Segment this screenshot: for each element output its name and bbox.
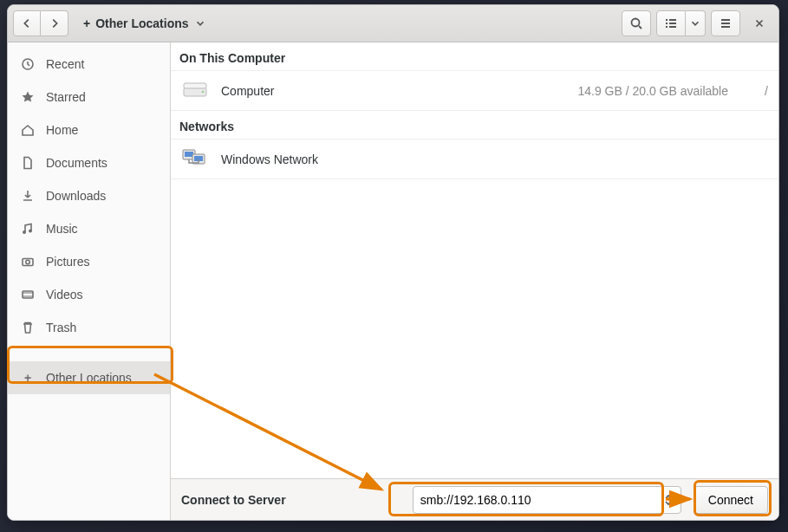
svg-rect-4 [669,23,676,24]
sidebar-item-recent[interactable]: Recent [8,48,170,81]
sidebar-item-label: Recent [46,57,84,71]
search-icon [629,16,643,30]
sidebar-item-home[interactable]: Home [8,114,170,146]
svg-point-15 [202,90,205,93]
download-icon [20,189,36,203]
svg-point-0 [632,19,640,27]
svg-rect-5 [666,26,668,28]
sidebar-item-documents[interactable]: Documents [8,146,170,179]
server-address-input[interactable] [420,493,661,507]
view-switcher [656,10,706,36]
sidebar-item-trash[interactable]: Trash [8,311,170,344]
sidebar-item-starred[interactable]: Starred [8,81,170,114]
row-label: Windows Network [221,152,768,166]
svg-rect-14 [184,83,206,88]
sidebar-item-label: Home [46,123,78,137]
pathbar-label: Other Locations [95,16,188,30]
clock-icon [20,57,36,71]
home-icon [20,123,36,137]
connect-button[interactable]: Connect [694,486,768,514]
sidebar-item-label: Starred [46,90,86,104]
sidebar-item-music[interactable]: Music [8,212,170,245]
sidebar-item-label: Pictures [46,255,90,269]
sidebar-item-label: Trash [46,321,76,334]
sidebar-item-downloads[interactable]: Downloads [8,179,170,212]
connect-label: Connect to Server [181,493,286,507]
sidebar-item-videos[interactable]: Videos [8,278,170,311]
windows-network-row[interactable]: Windows Network [171,139,778,179]
row-info: 14.9 GB / 20.0 GB available [577,84,728,98]
connect-to-server-bar: Connect to Server Connect [171,478,778,520]
sidebar-item-label: Music [46,222,78,236]
sidebar-item-label: Documents [46,156,107,170]
row-path: / [747,84,768,98]
section-title-computer: On This Computer [171,42,778,71]
list-icon [664,16,678,30]
main-content: On This Computer Computer 14.9 GB / 20.0… [171,42,778,520]
sidebar-item-label: Other Locations [46,371,132,385]
plus-icon: + [83,16,90,30]
svg-rect-1 [666,19,668,21]
chevron-right-icon [49,17,61,29]
sidebar-item-pictures[interactable]: Pictures [8,245,170,278]
forward-button[interactable] [41,10,68,36]
server-address-entry[interactable] [413,486,681,514]
search-button[interactable] [622,10,651,36]
list-view-button[interactable] [656,10,686,36]
hamburger-icon [719,16,733,30]
section-title-networks: Networks [171,111,778,139]
chevron-left-icon [21,17,33,29]
close-icon [753,17,765,29]
camera-icon [20,255,36,269]
sidebar-item-other-locations[interactable]: + Other Locations [8,361,170,394]
network-icon [181,149,209,170]
svg-point-9 [29,230,32,233]
back-button[interactable] [13,10,41,36]
svg-point-11 [26,260,29,263]
close-button[interactable] [746,10,773,36]
svg-rect-12 [23,291,33,298]
svg-point-8 [23,230,26,234]
hamburger-menu-button[interactable] [711,10,740,36]
updown-icon[interactable] [661,493,675,507]
trash-icon [20,321,36,334]
row-label: Computer [221,84,565,98]
star-icon [20,90,36,104]
headerbar: + Other Locations [8,5,778,42]
chevron-down-icon [194,17,206,29]
svg-rect-2 [669,19,676,21]
pathbar[interactable]: + Other Locations [74,10,216,36]
svg-rect-3 [666,23,668,24]
chevron-down-icon [689,17,701,29]
sidebar-item-label: Downloads [46,189,106,203]
svg-rect-6 [669,26,676,28]
document-icon [20,156,36,170]
nav-buttons [13,10,68,36]
video-icon [20,288,36,302]
view-options-button[interactable] [686,10,706,36]
drive-icon [181,82,209,100]
music-icon [20,222,36,236]
plus-icon: + [20,371,36,385]
sidebar: Recent Starred Home Documents Downloads … [8,42,171,520]
computer-row[interactable]: Computer 14.9 GB / 20.0 GB available / [171,71,778,111]
sidebar-item-label: Videos [46,288,83,302]
